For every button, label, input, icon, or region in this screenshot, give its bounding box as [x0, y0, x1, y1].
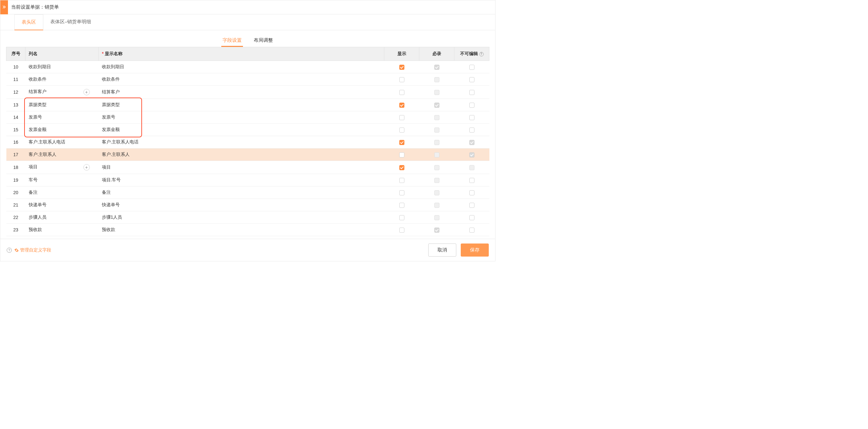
readonly-checkbox[interactable] [469, 178, 474, 183]
readonly-checkbox[interactable] [469, 215, 474, 220]
row-display-name[interactable]: 收款到期日 [99, 61, 384, 73]
row-seq: 19 [6, 174, 26, 187]
row-display-name[interactable]: 结算客户 [99, 86, 384, 99]
required-checkbox [434, 152, 439, 158]
show-checkbox[interactable] [399, 115, 404, 120]
show-checkbox[interactable] [399, 152, 404, 158]
show-checkbox[interactable] [399, 77, 404, 82]
row-display-name[interactable]: 步骤1人员 [99, 211, 384, 224]
cell-required [420, 148, 454, 161]
cell-readonly [454, 187, 489, 199]
col-header-required: 必录 [420, 47, 454, 61]
show-checkbox[interactable] [399, 140, 404, 145]
row-display-name[interactable]: 预收款 [99, 224, 384, 236]
required-checkbox [434, 178, 439, 183]
row-display-name[interactable]: 客户.主联系人 [99, 148, 384, 161]
manage-custom-fields-link[interactable]: 管理自定义字段 [14, 247, 51, 253]
readonly-checkbox[interactable] [469, 77, 474, 82]
help-icon[interactable]: ? [7, 248, 12, 253]
row-seq: 16 [6, 136, 26, 148]
show-checkbox[interactable] [399, 203, 404, 208]
field-table: 序号 列名 *显示名称 显示 必录 不可编辑? 10收款到期日收款到期日11收款… [6, 47, 489, 236]
required-checkbox [434, 190, 439, 195]
row-display-name[interactable]: 发票号 [99, 111, 384, 124]
show-checkbox[interactable] [399, 215, 404, 220]
table-row[interactable]: 16客户.主联系人电话客户.主联系人电话 [6, 136, 489, 148]
readonly-checkbox[interactable] [469, 127, 474, 133]
show-checkbox[interactable] [399, 90, 404, 95]
row-display-name[interactable]: 项目.车号 [99, 174, 384, 187]
cell-required [420, 174, 454, 187]
row-display-name[interactable]: 客户.主联系人电话 [99, 136, 384, 148]
sub-tabs: 字段设置布局调整 [0, 30, 495, 47]
table-row[interactable]: 21快递单号快递单号 [6, 199, 489, 211]
col-header-show: 显示 [384, 47, 420, 61]
table-row[interactable]: 18项目+项目 [6, 161, 489, 174]
show-checkbox[interactable] [399, 228, 404, 233]
row-seq: 18 [6, 161, 26, 174]
cell-show [384, 136, 420, 148]
table-row[interactable]: 15发票金额发票金额 [6, 124, 489, 136]
required-checkbox [434, 127, 439, 133]
row-display-name[interactable]: 备注 [99, 187, 384, 199]
save-button[interactable]: 保存 [461, 244, 489, 257]
row-display-name[interactable]: 收款条件 [99, 73, 384, 86]
cell-show [384, 174, 420, 187]
required-checkbox [434, 65, 439, 70]
help-icon[interactable]: ? [479, 52, 484, 56]
sub-tab[interactable]: 字段设置 [221, 35, 243, 47]
row-seq: 21 [6, 199, 26, 211]
show-checkbox[interactable] [399, 127, 404, 133]
table-row[interactable]: 12结算客户+结算客户 [6, 86, 489, 99]
row-column-name: 预收款 [26, 224, 99, 236]
cell-readonly [454, 136, 489, 148]
cell-required [420, 86, 454, 99]
row-column-name: 发票号 [26, 111, 99, 124]
add-child-field-button[interactable]: + [84, 164, 90, 171]
area-tab[interactable]: 表头区 [14, 15, 43, 30]
row-seq: 23 [6, 224, 26, 236]
cell-required [420, 224, 454, 236]
table-row[interactable]: 10收款到期日收款到期日 [6, 61, 489, 73]
readonly-checkbox[interactable] [469, 103, 474, 108]
table-row[interactable]: 17客户.主联系人客户.主联系人 [6, 148, 489, 161]
readonly-checkbox[interactable] [469, 90, 474, 95]
show-checkbox[interactable] [399, 165, 404, 170]
row-display-name[interactable]: 快递单号 [99, 199, 384, 211]
sub-tab[interactable]: 布局调整 [252, 35, 274, 47]
readonly-checkbox[interactable] [469, 190, 474, 195]
cell-required [420, 187, 454, 199]
expand-panel-button[interactable] [0, 0, 8, 15]
table-row[interactable]: 23预收款预收款 [6, 224, 489, 236]
area-tab[interactable]: 表体区–销货单明细 [43, 15, 98, 30]
col-header-readonly: 不可编辑? [454, 47, 489, 61]
table-row[interactable]: 20备注备注 [6, 187, 489, 199]
cancel-button[interactable]: 取消 [428, 244, 456, 257]
cell-readonly [454, 148, 489, 161]
row-display-name[interactable]: 项目 [99, 161, 384, 174]
add-child-field-button[interactable]: + [84, 89, 90, 95]
cell-show [384, 148, 420, 161]
show-checkbox[interactable] [399, 178, 404, 183]
readonly-checkbox[interactable] [469, 203, 474, 208]
row-display-name[interactable]: 发票金额 [99, 124, 384, 136]
show-checkbox[interactable] [399, 65, 404, 70]
readonly-checkbox[interactable] [469, 65, 474, 70]
cell-readonly [454, 211, 489, 224]
readonly-checkbox[interactable] [469, 228, 474, 233]
row-seq: 20 [6, 187, 26, 199]
cell-required [420, 136, 454, 148]
cell-readonly [454, 161, 489, 174]
table-row[interactable]: 22步骤人员步骤1人员 [6, 211, 489, 224]
table-row[interactable]: 13票据类型票据类型 [6, 99, 489, 111]
cell-show [384, 73, 420, 86]
readonly-checkbox[interactable] [469, 115, 474, 120]
table-row[interactable]: 11收款条件收款条件 [6, 73, 489, 86]
cell-required [420, 99, 454, 111]
table-row[interactable]: 19车号项目.车号 [6, 174, 489, 187]
show-checkbox[interactable] [399, 190, 404, 195]
row-display-name[interactable]: 票据类型 [99, 99, 384, 111]
cell-show [384, 61, 420, 73]
table-row[interactable]: 14发票号发票号 [6, 111, 489, 124]
show-checkbox[interactable] [399, 103, 404, 108]
